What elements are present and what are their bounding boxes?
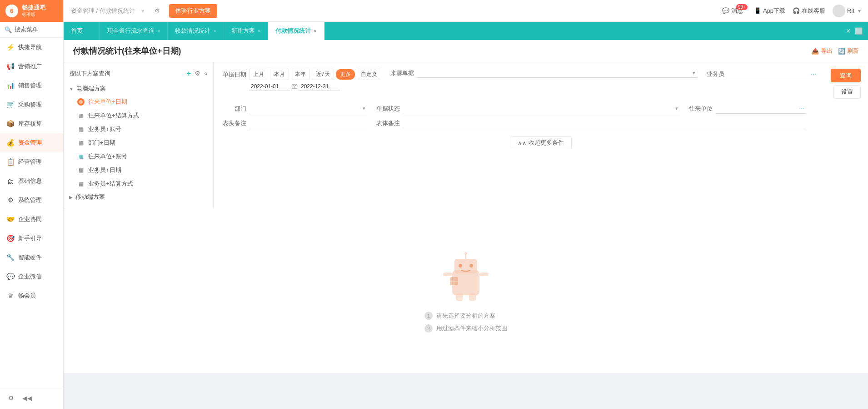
refresh-btn[interactable]: 🔄 刷新 [838,47,859,55]
scheme-item-partner-settle[interactable]: ▦ 往来单位+结算方式 [64,109,213,122]
message-icon: 💬 [722,7,729,14]
scheme-item-partner-date[interactable]: 往来单位+日期 [64,95,213,109]
tab-bank-flow-close[interactable]: × [157,28,160,34]
member-icon: ♕ [6,292,15,300]
page-content: 付款情况统计(往来单位+日期) 📤 导出 🔄 刷新 按以下方案查询 + [64,40,868,409]
chevron-right-icon: ▶ [69,195,73,200]
scheme-item-staff-account[interactable]: ▦ 业务员+账号 [64,122,213,136]
sidebar-item-wechat[interactable]: 💬 企业微信 [0,267,63,286]
doc-status-filter: 单据状态 ▾ [374,104,680,113]
staff-control[interactable]: ··· [727,69,818,79]
tab-home-label: 首页 [71,27,83,35]
table-header-note-input[interactable] [251,120,365,126]
doc-status-control[interactable]: ▾ [403,104,680,113]
sidebar-item-quick-nav[interactable]: ⚡ 快捷导航 [0,38,63,57]
sidebar-item-purchase[interactable]: 🛒 采购管理 [0,95,63,114]
source-control[interactable]: ▾ [417,69,697,78]
table-body-note-filter: 表体备注 [374,118,806,128]
scheme-item-dept-date[interactable]: ▦ 部门+日期 [64,136,213,150]
svg-point-4 [469,264,473,268]
sidebar-item-label: 资金管理 [18,139,42,147]
sidebar-item-label: 库存核算 [18,120,42,128]
tab-receipt-stats-close[interactable]: × [213,28,216,34]
tab-payment-stats-close[interactable]: × [314,28,316,34]
collapse-more-btn[interactable]: ∧∧ 收起更多条件 [510,136,572,149]
sidebar-item-enterprise[interactable]: 🤝 企业协同 [0,210,63,229]
date-this-year[interactable]: 本年 [291,69,310,80]
table-body-note-input[interactable] [404,120,804,126]
date-custom[interactable]: 自定义 [357,69,381,80]
scheme-settings-btn[interactable]: ⚙ [195,70,200,78]
export-label: 导出 [821,47,833,55]
refresh-label: 刷新 [847,47,859,55]
tabs-close-icon[interactable]: ✕ [846,27,851,35]
scheme-item-staff-date[interactable]: ▦ 业务员+日期 [64,163,213,177]
sidebar-item-finance[interactable]: 💰 资金管理 [0,133,63,152]
sidebar-item-label: 畅会员 [18,292,36,300]
dept-control[interactable]: ▾ [249,104,367,113]
date-last-7days[interactable]: 近7天 [312,69,334,80]
sidebar-item-system[interactable]: ⚙ 系统管理 [0,191,63,210]
tabs-expand-icon[interactable]: ⬜ [855,27,863,35]
sidebar-item-label: 采购管理 [18,101,42,109]
scheme-item-staff-settle[interactable]: ▦ 业务员+结算方式 [64,177,213,191]
user-menu[interactable]: Rit ▾ [833,5,861,17]
user-menu-chevron: ▾ [858,8,861,14]
sidebar-item-guide[interactable]: 🎯 新手引导 [0,229,63,248]
tab-bank-flow[interactable]: 现金银行流水查询 × [100,22,168,40]
sidebar-item-sales[interactable]: 📊 销售管理 [0,76,63,95]
date-this-month[interactable]: 本月 [270,69,289,80]
partner-filter: 往来单位 ··· [687,103,806,114]
desktop-schemes-header[interactable]: ▼ 电脑端方案 [64,82,213,95]
footer-settings-btn[interactable]: ⚙ [5,392,17,404]
export-btn[interactable]: 📤 导出 [812,47,833,55]
date-label: 单据日期 [221,69,246,79]
scheme-item-label: 往来单位+日期 [88,98,127,106]
scheme-item-label: 部门+日期 [88,139,115,147]
user-name: Rit [847,7,854,14]
empty-illustration [439,250,493,304]
table-header-note-control[interactable] [249,118,367,128]
tip1-text: 请先选择要分析的方案 [436,312,495,320]
partner-control[interactable]: ··· [715,103,806,114]
sidebar-item-inventory[interactable]: 📦 库存核算 [0,114,63,133]
search-menu[interactable]: 🔍 搜索菜单 [0,22,63,38]
scheme-collapse-btn[interactable]: « [204,70,208,78]
date-more-btn[interactable]: 更多 [336,69,355,80]
online-service-btn[interactable]: 🎧 在线客服 [793,7,825,15]
sidebar-item-basicinfo[interactable]: 🗂 基础信息 [0,172,63,191]
date-last-month[interactable]: 上月 [249,69,268,80]
date-end-input[interactable] [299,82,340,91]
sidebar-item-marketing[interactable]: 📢 营销推广 [0,57,63,76]
tab-new-scheme[interactable]: 新建方案 × [224,22,268,40]
scheme-add-btn[interactable]: + [187,70,191,78]
table-header-note-filter: 表头备注 [221,118,367,128]
tip1-num: 1 [424,312,433,320]
sidebar-item-member[interactable]: ♕ 畅会员 [0,286,63,305]
svg-rect-8 [479,273,489,276]
sidebar-item-hardware[interactable]: 🔧 智能硬件 [0,248,63,267]
mobile-schemes-header[interactable]: ▶ 移动端方案 [64,191,213,203]
chevron-up-icon: ∧∧ [518,140,527,146]
header-settings-btn[interactable]: ⚙ [151,5,164,17]
settings-btn[interactable]: 设置 [833,85,861,99]
trial-btn[interactable]: 体验行业方案 [169,4,217,18]
tab-payment-stats[interactable]: 付款情况统计 × [268,22,324,40]
tab-home[interactable]: 首页 [64,22,100,40]
tab-new-scheme-close[interactable]: × [258,28,260,34]
query-buttons: 查询 设置 [825,69,861,99]
app-download-label: App下载 [763,7,785,15]
sidebar-item-label: 营销推广 [18,62,42,71]
tab-receipt-stats[interactable]: 收款情况统计 × [168,22,224,40]
footer-collapse-btn[interactable]: ◀◀ [21,392,34,404]
messages-btn[interactable]: 💬 消息 99+ [722,7,743,15]
scheme-item-icon: ▦ [77,126,85,132]
scheme-item-partner-account[interactable]: ▦ 往来单位+账号 [64,150,213,163]
query-btn[interactable]: 查询 [831,69,861,82]
sidebar: 6 畅捷通吧 标准版 🔍 搜索菜单 ⚡ 快捷导航 📢 营销推广 📊 销售管理 🛒… [0,0,64,409]
date-start-input[interactable] [249,82,290,91]
table-body-note-control[interactable] [403,118,806,128]
sidebar-item-operations[interactable]: 📋 经营管理 [0,152,63,172]
app-download-btn[interactable]: 📱 App下载 [754,7,785,15]
date-range-input: 至 [249,82,381,91]
